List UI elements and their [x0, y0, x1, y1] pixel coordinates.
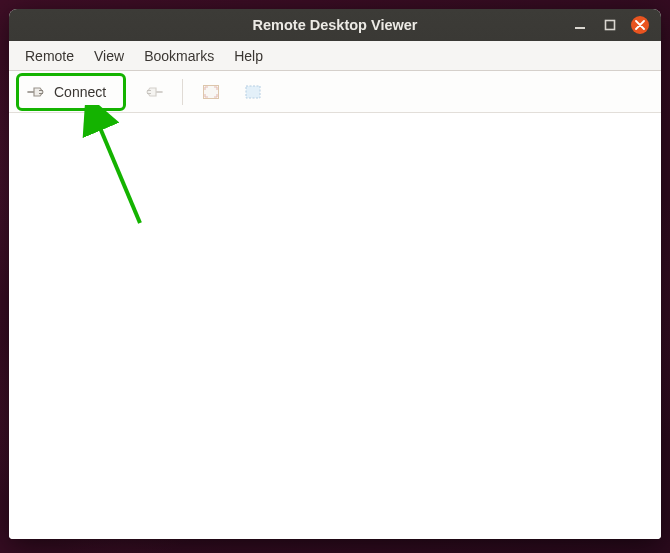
select-region-icon: [243, 83, 263, 101]
toolbar-separator: [182, 79, 183, 105]
menu-bookmarks[interactable]: Bookmarks: [134, 44, 224, 68]
toolbar: Connect: [9, 71, 661, 113]
connect-plug-icon: [26, 83, 46, 101]
close-button[interactable]: [631, 16, 649, 34]
fullscreen-icon: [201, 83, 221, 101]
disconnect-plug-icon: [144, 83, 164, 101]
disconnect-button[interactable]: [136, 76, 172, 108]
connect-button[interactable]: Connect: [17, 76, 115, 108]
titlebar[interactable]: Remote Desktop Viewer: [9, 9, 661, 41]
toolbar-separator: [125, 79, 126, 105]
svg-rect-3: [246, 86, 260, 98]
connect-button-label: Connect: [54, 84, 106, 100]
screenshot-button[interactable]: [235, 76, 271, 108]
application-window: Remote Desktop Viewer: [9, 9, 661, 539]
minimize-button[interactable]: [571, 16, 589, 34]
svg-rect-0: [575, 27, 585, 29]
svg-rect-1: [606, 21, 615, 30]
menu-help[interactable]: Help: [224, 44, 273, 68]
menu-view[interactable]: View: [84, 44, 134, 68]
fullscreen-button[interactable]: [193, 76, 229, 108]
viewer-content-area: [9, 113, 661, 539]
maximize-button[interactable]: [601, 16, 619, 34]
window-title: Remote Desktop Viewer: [9, 17, 661, 33]
minimize-icon: [574, 19, 586, 31]
close-icon: [635, 20, 645, 30]
menubar: Remote View Bookmarks Help: [9, 41, 661, 71]
window-controls: [571, 16, 655, 34]
maximize-icon: [604, 19, 616, 31]
menu-remote[interactable]: Remote: [15, 44, 84, 68]
